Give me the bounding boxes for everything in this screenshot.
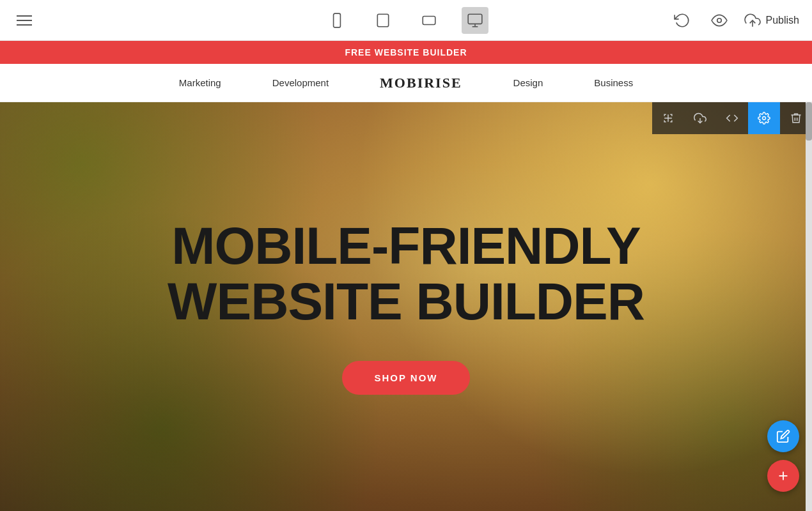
preview-button[interactable] bbox=[707, 8, 731, 33]
download-icon bbox=[694, 112, 707, 125]
svg-point-14 bbox=[763, 117, 766, 120]
section-settings-button[interactable] bbox=[748, 102, 780, 134]
scrollbar-thumb[interactable] bbox=[806, 102, 812, 141]
cta-button[interactable]: SHOP NOW bbox=[342, 361, 469, 395]
svg-rect-0 bbox=[334, 13, 341, 27]
device-switcher bbox=[324, 7, 488, 34]
settings-icon bbox=[758, 112, 770, 125]
publish-button[interactable]: Publish bbox=[744, 12, 799, 29]
nav-item-development[interactable]: Development bbox=[272, 77, 329, 88]
hero-section: MOBILE-FRIENDLY WEBSITE BUILDER SHOP NOW bbox=[0, 102, 812, 511]
section-move-button[interactable] bbox=[652, 102, 684, 134]
menu-button[interactable] bbox=[13, 11, 36, 29]
fab-container bbox=[767, 420, 799, 492]
section-download-button[interactable] bbox=[684, 102, 716, 134]
hero-title: MOBILE-FRIENDLY WEBSITE BUILDER bbox=[168, 218, 644, 328]
add-block-fab-button[interactable] bbox=[767, 460, 799, 492]
section-code-button[interactable] bbox=[716, 102, 748, 134]
eye-icon bbox=[711, 12, 728, 29]
banner-text: FREE WEBSITE BUILDER bbox=[345, 47, 467, 57]
code-icon bbox=[726, 112, 738, 125]
tablet-landscape-button[interactable] bbox=[416, 7, 442, 34]
nav-item-design[interactable]: Design bbox=[513, 77, 543, 88]
edit-fab-button[interactable] bbox=[767, 420, 799, 452]
svg-rect-4 bbox=[423, 16, 435, 24]
tablet-view-button[interactable] bbox=[370, 7, 396, 34]
section-toolbar bbox=[652, 102, 812, 134]
toolbar-left bbox=[13, 11, 36, 29]
mobile-icon bbox=[329, 12, 345, 29]
plus-icon bbox=[776, 469, 790, 483]
tablet-icon bbox=[375, 12, 391, 29]
hero-content: MOBILE-FRIENDLY WEBSITE BUILDER SHOP NOW bbox=[0, 102, 812, 511]
hamburger-icon bbox=[17, 15, 32, 26]
mobile-view-button[interactable] bbox=[324, 7, 350, 34]
move-icon bbox=[662, 112, 675, 125]
undo-icon bbox=[674, 12, 691, 29]
hero-title-line1: MOBILE-FRIENDLY bbox=[171, 217, 641, 275]
svg-rect-2 bbox=[377, 14, 388, 27]
desktop-icon bbox=[467, 12, 483, 29]
publish-label: Publish bbox=[766, 15, 799, 26]
scrollbar-track[interactable] bbox=[806, 102, 812, 511]
pencil-icon bbox=[776, 429, 790, 443]
nav-item-business[interactable]: Business bbox=[594, 77, 633, 88]
desktop-view-button[interactable] bbox=[462, 7, 488, 34]
svg-rect-6 bbox=[468, 14, 482, 24]
promo-banner: FREE WEBSITE BUILDER bbox=[0, 41, 812, 64]
hero-title-line2: WEBSITE BUILDER bbox=[168, 272, 644, 330]
nav-item-marketing[interactable]: Marketing bbox=[179, 77, 221, 88]
site-logo[interactable]: MOBIRISE bbox=[380, 75, 462, 91]
svg-point-9 bbox=[717, 18, 721, 22]
undo-button[interactable] bbox=[670, 8, 694, 33]
trash-icon bbox=[790, 112, 802, 125]
top-toolbar: Publish bbox=[0, 0, 812, 41]
navigation-bar: Marketing Development MOBIRISE Design Bu… bbox=[0, 64, 812, 102]
publish-icon bbox=[744, 12, 761, 29]
toolbar-right: Publish bbox=[670, 8, 799, 33]
tablet-landscape-icon bbox=[421, 12, 437, 29]
